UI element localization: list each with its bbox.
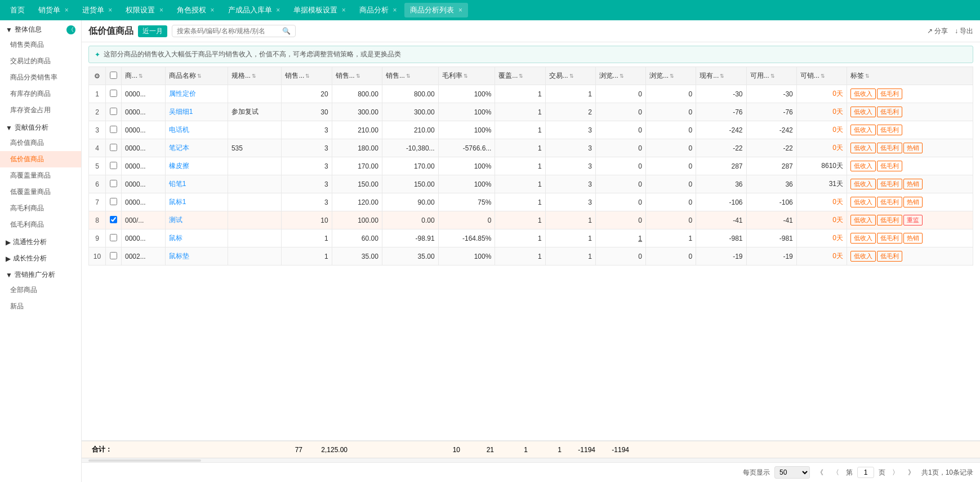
date-badge[interactable]: 近一月 [138,25,167,37]
sidebar: ▼ 整体信息 《 销售类商品 交易过的商品 商品分类销售率 有库存的商品 库存资… [0,20,82,482]
col-margin[interactable]: 毛利率⇅ [438,67,495,85]
row-checkbox-cell[interactable] [106,103,122,121]
search-icon[interactable]: 🔍 [282,27,291,35]
prev-page-btn[interactable]: 〈 [830,467,841,479]
col-spec[interactable]: 规格...⇅ [228,67,281,85]
nav-template[interactable]: 单据模板设置 × [288,3,351,17]
nav-permission[interactable]: 权限设置 × [120,3,169,17]
scroll-track[interactable] [88,459,201,462]
tag-item: 低毛利 [877,125,902,135]
col-code[interactable]: 商...⇅ [122,67,166,85]
row-name[interactable]: 橡皮擦 [165,157,228,175]
nav-home[interactable]: 首页 [5,3,30,17]
sidebar-item-stock-fund[interactable]: 库存资金占用 [0,102,81,118]
row-checkbox-cell[interactable] [106,211,122,229]
sidebar-item-high-coverage[interactable]: 高覆盖量商品 [0,167,81,184]
sidebar-item-high-value[interactable]: 高价值商品 [0,135,81,151]
sidebar-item-low-value[interactable]: 低价值商品 [0,151,81,167]
nav-inbound[interactable]: 产成品入库单 × [222,3,286,17]
row-checkbox-cell[interactable] [106,175,122,193]
row-select[interactable] [110,216,117,223]
row-margin: -5766.6... [438,139,495,157]
row-select[interactable] [110,126,117,133]
col-checkbox[interactable] [106,67,122,85]
row-name[interactable]: 属性定价 [165,85,228,103]
sidebar-item-category-rate[interactable]: 商品分类销售率 [0,69,81,86]
row-select[interactable] [110,252,117,259]
row-name[interactable]: 电话机 [165,121,228,139]
col-tags[interactable]: 标签⇅ [847,67,973,85]
row-name[interactable]: 测试 [165,211,228,229]
first-page-btn[interactable]: 《 [814,467,826,479]
sidebar-item-all-goods[interactable]: 全部商品 [0,282,81,298]
row-checkbox-cell[interactable] [106,121,122,139]
nav-analysis[interactable]: 商品分析 × [354,3,403,17]
col-sale-amount[interactable]: 销售...⇅ [332,67,382,85]
page-number-input[interactable] [857,467,874,478]
row-checkbox-cell[interactable] [106,193,122,211]
sidebar-item-new-goods[interactable]: 新品 [0,298,81,315]
row-coverage: 1 [495,121,545,139]
search-box[interactable]: 🔍 [172,25,296,37]
export-button[interactable]: ↓ 导出 [955,26,973,36]
row-name[interactable]: 铅笔1 [165,175,228,193]
col-coverage[interactable]: 覆盖...⇅ [495,67,545,85]
col-name[interactable]: 商品名称⇅ [165,67,228,85]
row-view2: 0 [646,85,696,103]
top-nav: 首页 销货单 × 进货单 × 权限设置 × 角色授权 × 产成品入库单 × 单据… [0,0,980,20]
nav-purchase[interactable]: 进货单 × [77,3,118,17]
row-select[interactable] [110,144,117,151]
sidebar-group-growth[interactable]: ▶ 成长性分析 [0,249,81,266]
sidebar-group-contribution[interactable]: ▼ 贡献值分析 [0,118,81,135]
row-select[interactable] [110,162,117,169]
sidebar-item-traded-goods[interactable]: 交易过的商品 [0,53,81,69]
nav-role[interactable]: 角色授权 × [171,3,220,17]
row-checkbox-cell[interactable] [106,85,122,103]
next-page-btn[interactable]: 〉 [890,467,901,479]
sidebar-item-low-margin[interactable]: 低毛利商品 [0,216,81,233]
row-select[interactable] [110,198,117,205]
row-select[interactable] [110,108,117,115]
row-checkbox-cell[interactable] [106,139,122,157]
col-sale-profit[interactable]: 销售...⇅ [382,67,438,85]
row-select[interactable] [110,234,117,241]
col-saleable[interactable]: 可销...⇅ [796,67,847,85]
sidebar-item-sales-goods[interactable]: 销售类商品 [0,37,81,53]
sidebar-group-general[interactable]: ▼ 整体信息 《 [0,20,81,37]
col-transaction[interactable]: 交易...⇅ [545,67,595,85]
sidebar-item-high-margin[interactable]: 高毛利商品 [0,200,81,216]
col-view2[interactable]: 浏览...⇅ [646,67,696,85]
page-size-select[interactable]: 50 100 200 [774,466,810,479]
row-checkbox-cell[interactable] [106,247,122,266]
nav-analysis-list[interactable]: 商品分析列表 × [404,3,468,17]
select-all-checkbox[interactable] [110,72,117,79]
sidebar-group-marketing[interactable]: ▼ 营销推广分析 [0,266,81,282]
collapse-btn[interactable]: 《 [66,25,75,34]
row-spec [228,193,281,211]
row-current: -242 [696,121,746,139]
total-info: 共1页，10条记录 [921,468,973,477]
row-select[interactable] [110,180,117,187]
sidebar-item-low-coverage[interactable]: 低覆盖量商品 [0,184,81,200]
col-available[interactable]: 可用...⇅ [746,67,796,85]
sidebar-item-stock-goods[interactable]: 有库存的商品 [0,86,81,102]
col-sale-qty[interactable]: 销售...⇅ [282,67,332,85]
row-name[interactable]: 笔记本 [165,139,228,157]
row-name[interactable]: 鼠标 [165,229,228,247]
share-button[interactable]: ↗ 分享 [927,26,948,36]
col-current[interactable]: 现有...⇅ [696,67,746,85]
row-name[interactable]: 鼠标1 [165,193,228,211]
sidebar-group-circulation[interactable]: ▶ 流通性分析 [0,233,81,249]
nav-sales[interactable]: 销货单 × [33,3,74,17]
row-name[interactable]: 鼠标垫 [165,247,228,266]
row-checkbox-cell[interactable] [106,157,122,175]
footer-scroll[interactable] [82,458,980,462]
last-page-btn[interactable]: 》 [906,467,917,479]
col-settings[interactable]: ⚙ [89,67,106,85]
search-input[interactable] [177,27,280,35]
col-view1[interactable]: 浏览...⇅ [595,67,645,85]
row-select[interactable] [110,90,117,97]
row-view1[interactable]: 1 [595,229,645,247]
row-name[interactable]: 吴细细1 [165,103,228,121]
row-checkbox-cell[interactable] [106,229,122,247]
